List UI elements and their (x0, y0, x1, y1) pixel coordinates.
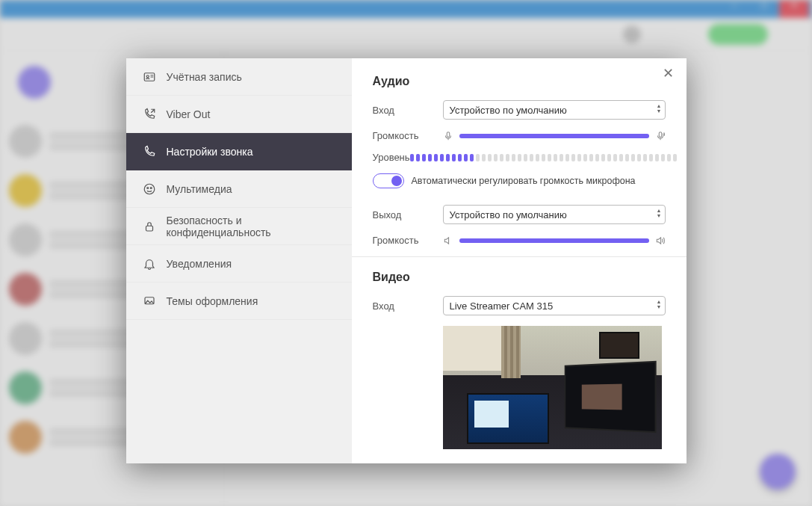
stepper-icon: ▲▼ (657, 208, 662, 218)
auto-gain-toggle[interactable] (373, 173, 404, 188)
auto-gain-label: Автоматически регулировать громкость мик… (412, 176, 636, 186)
mic-volume-row: Громкость (373, 130, 666, 141)
sidebar-item-label: Темы оформления (167, 295, 258, 307)
sidebar-item-label: Viber Out (167, 108, 211, 120)
audio-input-row: Вход Устройство по умолчанию ▲▼ (373, 100, 666, 120)
audio-input-select[interactable]: Устройство по умолчанию ▲▼ (443, 100, 666, 120)
svg-rect-5 (146, 226, 152, 231)
auto-gain-row: Автоматически регулировать громкость мик… (373, 173, 666, 188)
mic-level-row: Уровень (373, 152, 666, 163)
sidebar-item-account[interactable]: Учётная запись (126, 58, 352, 96)
stepper-icon: ▲▼ (657, 299, 662, 309)
speaker-low-icon (443, 235, 453, 246)
settings-panel: Аудио Вход Устройство по умолчанию ▲▼ Гр… (352, 58, 687, 463)
sidebar-item-media[interactable]: Мультимедиа (126, 170, 352, 208)
id-card-icon (143, 70, 156, 84)
modal-overlay: ✕ Учётная запись Viber Out Настройки зво… (0, 0, 812, 506)
audio-output-label: Выход (373, 209, 443, 220)
mic-level-label: Уровень (373, 152, 410, 163)
settings-sidebar: Учётная запись Viber Out Настройки звонк… (126, 58, 352, 463)
audio-section-title: Аудио (373, 75, 666, 88)
media-icon (143, 182, 156, 196)
audio-output-row: Выход Устройство по умолчанию ▲▼ (373, 205, 666, 224)
svg-point-4 (150, 187, 152, 188)
svg-rect-7 (447, 132, 450, 136)
mic-level-meter (410, 154, 677, 161)
speaker-volume-label: Громкость (373, 235, 443, 246)
section-divider (352, 256, 687, 257)
mic-volume-slider[interactable] (459, 134, 649, 138)
video-input-label: Вход (373, 300, 443, 312)
phone-settings-icon (143, 145, 156, 158)
speaker-volume-slider[interactable] (459, 238, 649, 243)
video-input-row: Вход Live Streamer CAM 315 ▲▼ (373, 296, 666, 315)
theme-icon (143, 294, 156, 308)
settings-dialog: ✕ Учётная запись Viber Out Настройки зво… (126, 58, 687, 463)
sidebar-item-label: Безопасность и конфиденциальность (167, 215, 335, 238)
sidebar-item-security[interactable]: Безопасность и конфиденциальность (126, 208, 352, 245)
select-value: Устройство по умолчанию (450, 209, 567, 220)
audio-output-select[interactable]: Устройство по умолчанию ▲▼ (443, 205, 666, 224)
bell-icon (143, 257, 156, 271)
svg-point-2 (144, 184, 155, 194)
svg-point-1 (146, 75, 149, 77)
mic-high-icon (655, 131, 666, 141)
close-button[interactable]: ✕ (660, 64, 678, 82)
svg-point-3 (146, 187, 148, 188)
video-section-title: Видео (373, 271, 666, 284)
video-input-select[interactable]: Live Streamer CAM 315 ▲▼ (443, 296, 666, 315)
sidebar-item-notifications[interactable]: Уведомления (126, 245, 352, 283)
sidebar-item-themes[interactable]: Темы оформления (126, 283, 352, 320)
stepper-icon: ▲▼ (657, 103, 662, 114)
sidebar-item-label: Уведомления (167, 258, 232, 270)
speaker-volume-row: Громкость (373, 235, 666, 246)
sidebar-item-label: Учётная запись (167, 71, 242, 83)
select-value: Устройство по умолчанию (450, 105, 567, 116)
phone-out-icon (143, 108, 156, 121)
lock-icon (143, 220, 156, 233)
sidebar-item-call-settings[interactable]: Настройки звонка (126, 133, 352, 170)
mic-volume-label: Громкость (373, 130, 443, 141)
mic-low-icon (443, 131, 453, 141)
video-preview (443, 326, 662, 449)
sidebar-item-label: Мультимедиа (167, 183, 232, 195)
speaker-high-icon (655, 235, 666, 246)
select-value: Live Streamer CAM 315 (450, 300, 554, 312)
audio-input-label: Вход (373, 105, 443, 116)
sidebar-item-label: Настройки звонка (167, 146, 253, 158)
svg-rect-8 (659, 132, 662, 136)
sidebar-item-viber-out[interactable]: Viber Out (126, 96, 352, 133)
